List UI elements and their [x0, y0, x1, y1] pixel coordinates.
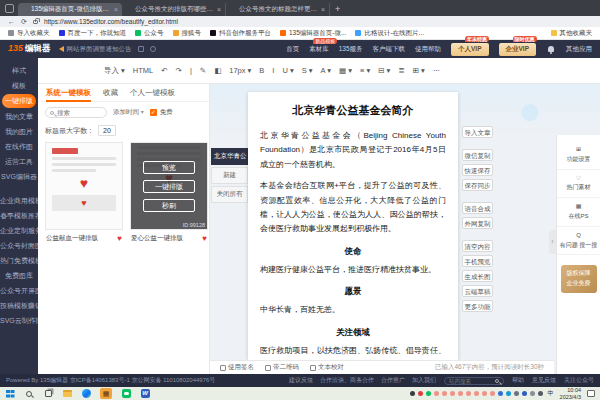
copyright-guarantee-badge[interactable]: 版权保障 企业免费	[561, 265, 597, 292]
rail-button[interactable]: 语音合成	[462, 202, 493, 214]
sidebar-item[interactable]: 企业定制服务	[0, 223, 38, 238]
sort-dropdown[interactable]: 添加时间	[113, 108, 144, 117]
tray-icon[interactable]	[410, 391, 415, 396]
toolbar-button[interactable]: ⋯	[433, 66, 441, 75]
document-page[interactable]: 北京华青公益基金会简介 北京华青公益基金会（Beijing Chinese Yo…	[248, 92, 458, 360]
tool-item[interactable]: Q 有问题 搜一搜	[557, 227, 600, 256]
rail-button[interactable]: 微信复制	[462, 149, 493, 161]
personal-vip-button[interactable]: 个人VIP年末特惠	[451, 43, 488, 56]
title-max-input[interactable]	[98, 125, 116, 136]
footer-link[interactable]: 加入我们	[412, 376, 436, 385]
help-link[interactable]: 帮助	[512, 376, 524, 385]
sidebar-item[interactable]: 我的文章	[0, 109, 38, 124]
bookmark-item[interactable]: 导入收藏夹	[8, 29, 50, 38]
tray-icon[interactable]	[514, 391, 519, 396]
sidebar-item[interactable]: 春季模板推荐	[0, 208, 38, 223]
tray-icon[interactable]	[474, 391, 479, 396]
panel-tab[interactable]: 个人一键模板	[130, 84, 175, 102]
toolbar-button[interactable]: ▦ ▾	[339, 66, 352, 75]
sidebar-item[interactable]: 在线作图	[0, 139, 38, 154]
toolbar-button[interactable]: ⊟ ▾	[378, 66, 390, 75]
sidebar-item[interactable]: 免费图库	[0, 268, 38, 283]
toolbar-button[interactable]: ◧	[214, 66, 221, 75]
checkbox-icon[interactable]: ✓	[150, 109, 157, 116]
site-search[interactable]	[444, 377, 504, 385]
footer-link[interactable]: 合作推广	[381, 376, 405, 385]
bookmark-item[interactable]: 百度一下，你就知道	[59, 29, 127, 38]
wechat-icon[interactable]	[121, 389, 131, 399]
tool-item[interactable]: ♡ 热门素材	[557, 170, 600, 199]
rail-button[interactable]: 手机预览	[462, 255, 493, 267]
doc-heading-focus[interactable]: 关注领域	[260, 327, 446, 339]
sidebar-item[interactable]: SVG编辑器	[0, 169, 38, 184]
footer-link[interactable]: 合作洽谈、商务合作	[320, 376, 374, 385]
doc-paragraph[interactable]: 北京华青公益基金会（Beijing Chinese Youth Foundati…	[260, 129, 446, 172]
close-tab-icon[interactable]	[217, 6, 221, 13]
browser-tab[interactable]: 公众号推文的标题怎样更吸睛?	[226, 3, 330, 16]
taskbar-search-icon[interactable]	[24, 389, 34, 399]
nav-135-service[interactable]: 135服务	[339, 45, 363, 54]
nav-home[interactable]: 首页	[286, 45, 299, 54]
toolbar-button[interactable]: ⊞ ▾	[413, 66, 425, 75]
address-bar[interactable]: https://www.135editor.com/beautify_edito…	[44, 18, 178, 25]
close-tab-icon[interactable]	[114, 6, 118, 13]
footer-link[interactable]: 建议反馈	[289, 376, 313, 385]
use-signature-button[interactable]: 使用签名	[220, 363, 254, 372]
rail-button[interactable]: 更多功能	[462, 300, 493, 312]
nav-client-download[interactable]: 客户端下载	[373, 45, 406, 54]
qrcode-button[interactable]: 带二维码	[265, 363, 299, 372]
announcement-text[interactable]: 网站界面调整通知公告	[67, 45, 132, 54]
sidebar-item[interactable]: 一键排版	[2, 94, 36, 108]
doc-paragraph[interactable]: 中华长青，百姓无恙。	[260, 303, 446, 317]
rail-button[interactable]: 生成长图	[462, 270, 493, 282]
toolbar-button[interactable]: ≣	[398, 66, 404, 75]
toolbar-button[interactable]: I	[272, 66, 274, 75]
close-all-button[interactable]: 关闭所有	[211, 186, 248, 203]
site-search-input[interactable]	[449, 378, 492, 384]
sidebar-item[interactable]: 模板	[0, 78, 38, 93]
new-tab-button[interactable]: +	[335, 4, 340, 14]
tray-icon[interactable]	[498, 391, 503, 396]
nav-other-apps[interactable]: 其他应用	[566, 45, 592, 54]
rail-button[interactable]: 导入文章	[462, 126, 493, 138]
preview-button[interactable]: 预览	[143, 161, 195, 174]
tray-icon[interactable]	[490, 391, 495, 396]
template-search[interactable]	[45, 107, 107, 118]
doc-paragraph[interactable]: 构建医疗健康公益平台，推进医疗精准扶贫事业。	[260, 263, 446, 277]
toolbar-button[interactable]: 导入 ▾	[104, 66, 125, 76]
card-caption[interactable]: 爱心公益一键排版	[131, 234, 183, 243]
sidebar-item[interactable]: 热门免费模板	[0, 253, 38, 268]
toolbar-button[interactable]: S ▾	[302, 66, 313, 75]
sidebar-item[interactable]: 投稿模板赚钱	[0, 298, 38, 313]
doc-title[interactable]: 北京华青公益基金会简介	[260, 103, 446, 118]
bookmark-item[interactable]: 135编辑器首页-微...	[280, 29, 346, 38]
toolbar-button[interactable]: A ▾	[321, 66, 331, 75]
toolbar-button[interactable]: U ▾	[282, 66, 293, 75]
toolbar-button[interactable]: 17px ▾	[229, 66, 251, 75]
template-card[interactable]: ♥ ♥	[45, 142, 123, 230]
nav-help[interactable]: 使用帮助	[415, 45, 441, 54]
start-button[interactable]	[5, 389, 15, 399]
doc-paragraph[interactable]: 本基金会结合互联网+平台，提升了公益的可及性、资源配置效率、信息公开化，大大降低…	[260, 179, 446, 237]
tray-icon[interactable]	[418, 391, 423, 396]
sidebar-item[interactable]: 我的图片	[0, 124, 38, 139]
toolbar-button[interactable]: ↷	[176, 66, 182, 75]
edge-browser-icon[interactable]	[81, 389, 91, 399]
tray-icon[interactable]	[426, 391, 431, 396]
sidebar-item[interactable]: 运营工具	[0, 154, 38, 169]
active-app-icon[interactable]: ▦	[100, 388, 112, 399]
proofread-button[interactable]: 文本校对	[310, 363, 344, 372]
instant-apply-button[interactable]: 秒刷	[143, 199, 195, 212]
bookmark-item[interactable]: 公众号	[135, 29, 164, 38]
toolbar-button[interactable]: B	[259, 66, 264, 75]
ime-indicator[interactable]: 中	[548, 389, 554, 398]
tray-icon[interactable]	[458, 391, 463, 396]
bookmark-item[interactable]: 抖音创作服务平台	[210, 29, 271, 38]
like-heart-icon[interactable]: ♥	[117, 234, 122, 243]
browser-tab[interactable]: 公众号推文的排版有哪些要求?	[122, 3, 226, 16]
follow-official-account[interactable]: 关注公众号	[564, 376, 594, 385]
like-heart-icon[interactable]: ♥	[202, 234, 207, 243]
tray-icon[interactable]	[530, 391, 535, 396]
tray-icon[interactable]	[482, 391, 487, 396]
tray-icon[interactable]	[538, 391, 543, 396]
